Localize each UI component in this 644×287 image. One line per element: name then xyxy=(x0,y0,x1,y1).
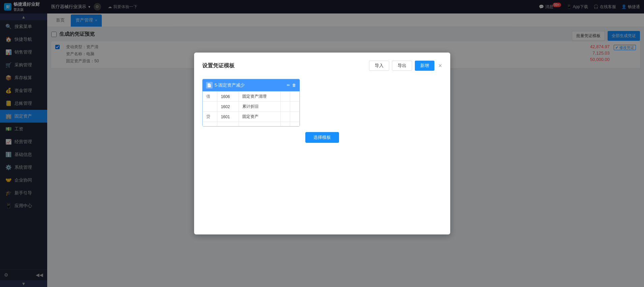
row-col4 xyxy=(290,102,299,112)
row-code: 1601 xyxy=(217,112,239,122)
template-card-header: 📄 5-固定资产减少 ✏ 🗑 xyxy=(203,79,300,91)
row-col3 xyxy=(280,122,290,126)
import-button[interactable]: 导入 xyxy=(369,61,389,71)
template-table-row: 借 1606 固定资产清理 xyxy=(203,92,299,102)
modal-toolbar: 导入 导出 新增 xyxy=(369,61,434,71)
row-account-name: 固定资产 xyxy=(239,112,280,122)
modal-close-button[interactable]: × xyxy=(438,63,442,69)
row-col4 xyxy=(290,112,299,122)
set-voucher-template-modal: 设置凭证模板 导入 导出 新增 × 📄 5-固定资产减少 ✏ 🗑 xyxy=(194,53,450,234)
row-account-name: 固定资产清理 xyxy=(239,92,280,102)
row-col3 xyxy=(280,92,290,102)
row-code: 1606 xyxy=(217,92,239,102)
template-table: 借 1606 固定资产清理 1602 累计折旧 贷 1601 固定资产 xyxy=(203,91,300,126)
template-table-row: 1602 累计折旧 xyxy=(203,102,299,112)
row-type xyxy=(203,122,217,126)
template-card-title: 5-固定资产减少 xyxy=(215,82,285,88)
row-code: 1602 xyxy=(217,102,239,112)
row-code xyxy=(217,122,239,126)
row-type: 贷 xyxy=(203,112,217,122)
row-col4 xyxy=(290,122,299,126)
row-col3 xyxy=(280,102,290,112)
modal-overlay: 设置凭证模板 导入 导出 新增 × 📄 5-固定资产减少 ✏ 🗑 xyxy=(0,0,644,287)
row-account-name: 累计折旧 xyxy=(239,102,280,112)
modal-title: 设置凭证模板 xyxy=(202,62,235,69)
row-col4 xyxy=(290,92,299,102)
template-card: 📄 5-固定资产减少 ✏ 🗑 借 1606 固定资产清理 1602 累计折旧 xyxy=(202,79,300,127)
new-template-button[interactable]: 新增 xyxy=(415,61,434,71)
row-col3 xyxy=(280,112,290,122)
row-account-name xyxy=(239,122,280,126)
export-button[interactable]: 导出 xyxy=(392,61,412,71)
template-edit-icon[interactable]: ✏ xyxy=(287,83,290,88)
row-type: 借 xyxy=(203,92,217,102)
template-table-row: 贷 1601 固定资产 xyxy=(203,112,299,122)
template-table-row xyxy=(203,122,299,126)
template-card-body: 借 1606 固定资产清理 1602 累计折旧 贷 1601 固定资产 xyxy=(203,91,300,126)
row-type xyxy=(203,102,217,112)
select-template-button[interactable]: 选择模板 xyxy=(305,132,339,143)
modal-header: 设置凭证模板 导入 导出 新增 × xyxy=(202,61,442,71)
template-delete-icon[interactable]: 🗑 xyxy=(292,83,296,88)
template-card-doc-icon: 📄 xyxy=(206,82,213,89)
template-card-actions: ✏ 🗑 xyxy=(287,83,296,88)
